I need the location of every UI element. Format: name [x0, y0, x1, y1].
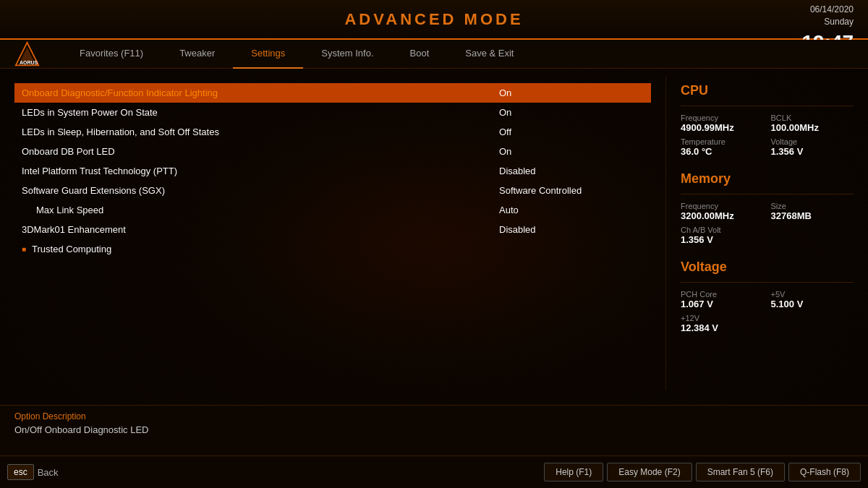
esc-button[interactable]: esc: [7, 464, 34, 480]
mem-freq-label: Frequency: [681, 202, 764, 210]
nav-saveexit[interactable]: Save & Exit: [447, 40, 532, 69]
voltage-section: Voltage PCH Core 1.067 V +5V 5.100 V +12…: [681, 260, 854, 333]
main-content: Onboard Diagnostic/Function Indicator Li…: [0, 69, 868, 398]
mem-chvolt-value: 1.356 V: [681, 234, 854, 245]
memory-title: Memory: [681, 171, 854, 187]
cpu-voltage-value: 1.356 V: [771, 146, 854, 157]
navigation-bar: AORUS Favorites (F11) Tweaker Settings S…: [0, 40, 868, 69]
settings-item-max-link[interactable]: Max Link Speed Auto: [14, 200, 651, 220]
item-name-3dmark: 3DMark01 Enhancement: [22, 224, 499, 235]
smart-fan-button[interactable]: Smart Fan 5 (F6): [696, 463, 785, 481]
page-title: ADVANCED MODE: [344, 10, 523, 29]
aorus-logo-icon: AORUS: [14, 41, 40, 67]
item-value-onboard-diag: On: [499, 87, 644, 98]
cpu-section: CPU Frequency 4900.99MHz BCLK 100.00MHz …: [681, 83, 854, 157]
nav-settings[interactable]: Settings: [233, 40, 303, 69]
memory-info-grid: Frequency 3200.00MHz Size 32768MB Ch A/B…: [681, 202, 854, 245]
nav-sysinfo[interactable]: System Info.: [303, 40, 391, 69]
mem-freq-value: 3200.00MHz: [681, 210, 764, 221]
settings-item-onboard-diag[interactable]: Onboard Diagnostic/Function Indicator Li…: [14, 83, 651, 103]
voltage-title: Voltage: [681, 260, 854, 275]
svg-text:AORUS: AORUS: [20, 60, 38, 65]
mem-size-value: 32768MB: [771, 210, 854, 221]
settings-item-sgx[interactable]: Software Guard Extensions (SGX) Software…: [14, 181, 651, 200]
item-name-onboard-db: Onboard DB Port LED: [22, 146, 499, 157]
item-value-intel-ptt: Disabled: [499, 166, 644, 176]
settings-panel: Onboard Diagnostic/Function Indicator Li…: [0, 76, 665, 390]
item-name-intel-ptt: Intel Platform Trust Technology (PTT): [22, 166, 499, 176]
bottom-bar: esc Back Help (F1) Easy Mode (F2) Smart …: [0, 455, 868, 488]
bottom-buttons: Help (F1) Easy Mode (F2) Smart Fan 5 (F6…: [544, 463, 861, 481]
qflash-button[interactable]: Q-Flash (F8): [788, 463, 861, 481]
nav-tweaker[interactable]: Tweaker: [161, 40, 233, 69]
nav-favorites[interactable]: Favorites (F11): [61, 40, 161, 69]
item-name-sgx: Software Guard Extensions (SGX): [22, 185, 499, 196]
cpu-info-grid: Frequency 4900.99MHz BCLK 100.00MHz Temp…: [681, 114, 854, 157]
item-value-3dmark: Disabled: [499, 224, 644, 235]
nav-boot[interactable]: Boot: [392, 40, 448, 69]
cpu-title: CPU: [681, 83, 854, 98]
item-name-leds-power: LEDs in System Power On State: [22, 107, 499, 118]
item-value-sgx: Software Controlled: [499, 185, 644, 196]
plus5v-value: 5.100 V: [771, 299, 854, 309]
settings-item-trusted-computing[interactable]: ■ Trusted Computing: [14, 239, 651, 259]
memory-divider: [681, 194, 854, 194]
settings-item-leds-sleep[interactable]: LEDs in Sleep, Hibernation, and Soft Off…: [14, 122, 651, 142]
date-text: 06/14/2020 Sunday: [810, 4, 854, 27]
item-name-leds-sleep: LEDs in Sleep, Hibernation, and Soft Off…: [22, 127, 499, 137]
cpu-bclk-value: 100.00MHz: [771, 122, 854, 133]
right-panel: CPU Frequency 4900.99MHz BCLK 100.00MHz …: [665, 76, 868, 390]
option-desc-title: Option Description: [14, 411, 854, 421]
settings-item-intel-ptt[interactable]: Intel Platform Trust Technology (PTT) Di…: [14, 161, 651, 181]
back-label: Back: [38, 467, 59, 478]
settings-item-3dmark[interactable]: 3DMark01 Enhancement Disabled: [14, 220, 651, 239]
item-value-leds-sleep: Off: [499, 127, 644, 137]
item-value-onboard-db: On: [499, 146, 644, 157]
item-value-leds-power: On: [499, 107, 644, 118]
cpu-divider: [681, 106, 854, 106]
option-desc-text: On/Off Onboard Diagnostic LED: [14, 424, 854, 435]
item-value-max-link: Auto: [499, 205, 644, 215]
pch-value: 1.067 V: [681, 299, 764, 309]
item-name-max-link: Max Link Speed: [36, 205, 499, 215]
bullet-icon: ■: [22, 245, 26, 253]
pch-label: PCH Core: [681, 290, 764, 299]
item-name-trusted-computing: Trusted Computing: [32, 244, 644, 254]
settings-list: Onboard Diagnostic/Function Indicator Li…: [14, 83, 651, 259]
item-name-onboard-diag: Onboard Diagnostic/Function Indicator Li…: [22, 87, 499, 98]
header-bar: ADVANCED MODE 06/14/2020 Sunday 19:47: [0, 0, 868, 40]
plus5v-label: +5V: [771, 290, 854, 299]
cpu-freq-label: Frequency: [681, 114, 764, 122]
voltage-divider: [681, 282, 854, 283]
voltage-info-grid: PCH Core 1.067 V +5V 5.100 V +12V 12.384…: [681, 290, 854, 333]
nav-items: Favorites (F11) Tweaker Settings System …: [61, 40, 854, 69]
cpu-freq-value: 4900.99MHz: [681, 122, 764, 133]
cpu-temp-label: Temperature: [681, 137, 764, 146]
mem-chvolt-label: Ch A/B Volt: [681, 226, 854, 234]
cpu-bclk-label: BCLK: [771, 114, 854, 122]
logo: AORUS: [14, 41, 40, 67]
cpu-temp-value: 36.0 °C: [681, 146, 764, 157]
help-button[interactable]: Help (F1): [544, 463, 603, 481]
settings-item-onboard-db[interactable]: Onboard DB Port LED On: [14, 142, 651, 161]
option-description: Option Description On/Off Onboard Diagno…: [0, 405, 868, 455]
plus12v-value: 12.384 V: [681, 322, 854, 333]
mem-size-label: Size: [771, 202, 854, 210]
plus12v-label: +12V: [681, 314, 854, 322]
easy-mode-button[interactable]: Easy Mode (F2): [607, 463, 692, 481]
settings-item-leds-power[interactable]: LEDs in System Power On State On: [14, 103, 651, 122]
cpu-voltage-label: Voltage: [771, 137, 854, 146]
memory-section: Memory Frequency 3200.00MHz Size 32768MB…: [681, 171, 854, 245]
